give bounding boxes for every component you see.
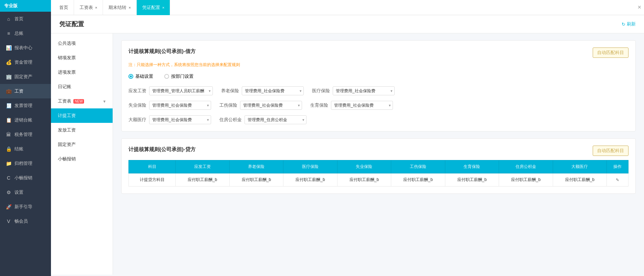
left-nav-fixed-assets[interactable]: 固定资产: [51, 137, 113, 152]
sidebar-item-label: 资金管理: [14, 59, 32, 65]
sidebar-item-xiaochang[interactable]: C 小畅报销: [0, 171, 51, 185]
debit-form-row-3: 大额医疗 管理费用_社会保险费 住房公积金: [128, 115, 629, 124]
debit-auto-match-button[interactable]: 自动匹配科目: [593, 47, 629, 58]
col-unemployment: 失业保险: [337, 160, 391, 173]
credit-table: 科目 应发工资 养老保险 医疗保险 失业保险 工伤保险 生育保险 住房公积金 大…: [128, 160, 629, 187]
col-major-medical: 大额医疗: [553, 160, 607, 173]
col-pension: 养老保险: [229, 160, 283, 173]
form-item-medical: 医疗保险 管理费用_社会保险费: [312, 86, 395, 95]
housing-label: 住房公积金: [219, 117, 242, 123]
tab-period-close-btn[interactable]: ×: [128, 6, 131, 10]
left-nav-journal[interactable]: 日记账: [51, 79, 113, 94]
sidebar-item-label: 报表中心: [14, 45, 32, 51]
refresh-button[interactable]: ↻ 刷新: [622, 21, 636, 27]
debit-section-note: 注：只能选择一种方式，系统将按照您当前的选择来配置规则: [128, 62, 629, 68]
radio-basic[interactable]: 基础设置: [128, 73, 153, 79]
cell-injury: 应付职工薪酬_b: [391, 173, 445, 187]
purchase-sale-icon: 📋: [6, 117, 12, 123]
cell-pension: 应付职工薪酬_b: [229, 173, 283, 187]
sidebar-item-closing[interactable]: 🔒 结账: [0, 142, 51, 156]
left-nav-sales-invoice[interactable]: 销项发票: [51, 51, 113, 65]
form-item-housing: 住房公积金 管理费用_住房公积金: [219, 115, 307, 124]
sidebar-item-label: 首页: [14, 16, 23, 22]
page-header: 凭证配置 ↻ 刷新: [51, 15, 644, 33]
sidebar-item-salary[interactable]: 💼 工资: [0, 84, 51, 98]
sidebar-item-home[interactable]: ⌂ 首页: [0, 12, 51, 26]
sidebar-item-guide[interactable]: 🚀 新手引导: [0, 200, 51, 214]
new-badge: NEW: [73, 99, 84, 104]
unemployment-select[interactable]: 管理费用_社会保险费: [149, 101, 211, 110]
form-item-birth: 生育保险 管理费用_社会保险费: [310, 101, 393, 110]
sidebar-item-settings[interactable]: ⚙ 设置: [0, 185, 51, 200]
tab-voucher-close[interactable]: ×: [162, 6, 164, 10]
debit-section-header: 计提核算规则(公司承担)-借方 自动匹配科目: [128, 47, 629, 58]
radio-by-dept[interactable]: 按部门设置: [164, 73, 194, 79]
cell-housing: 应付职工薪酬_b: [499, 173, 553, 187]
medical-select[interactable]: 管理费用_社会保险费: [333, 86, 395, 95]
xiaochang-icon: C: [6, 175, 12, 181]
cell-action[interactable]: ✎: [607, 173, 629, 187]
tab-period-close[interactable]: 期末结转 ×: [103, 0, 136, 15]
sidebar-item-funds[interactable]: 💰 资金管理: [0, 55, 51, 70]
right-content: 计提核算规则(公司承担)-借方 自动匹配科目 注：只能选择一种方式，系统将按照您…: [113, 33, 644, 275]
left-nav-purchase-invoice[interactable]: 进项发票: [51, 65, 113, 79]
sidebar-item-ledger[interactable]: ≡ 总账: [0, 26, 51, 41]
credit-section-title: 计提核算规则(公司承担)-贷方: [128, 146, 196, 153]
reports-icon: 📊: [6, 45, 12, 51]
credit-section: 计提核算规则(公司承担)-贷方 自动匹配科目 科目 应发工资 养老保险 医疗保险…: [121, 138, 636, 194]
tab-salary-table[interactable]: 工资表 ×: [74, 0, 103, 15]
col-salary: 应发工资: [176, 160, 230, 173]
sidebar-item-label: 小畅报销: [14, 175, 32, 181]
tab-voucher-config[interactable]: 凭证配置 ×: [137, 0, 170, 15]
close-all-btn[interactable]: ×: [637, 4, 641, 11]
tab-voucher-label: 凭证配置: [142, 4, 160, 11]
col-medical: 医疗保险: [283, 160, 337, 173]
salary-select[interactable]: 管理费用_管理人员职工薪酬: [149, 86, 213, 95]
salary-table-label: 工资表: [58, 98, 71, 104]
cell-salary: 应付职工薪酬_b: [176, 173, 230, 187]
tab-home[interactable]: 首页: [54, 0, 74, 15]
pension-select[interactable]: 管理费用_社会保险费: [242, 86, 304, 95]
sidebar-item-label: 归档管理: [14, 160, 32, 167]
cell-unemployment: 应付职工薪酬_b: [337, 173, 391, 187]
debit-section: 计提核算规则(公司承担)-借方 自动匹配科目 注：只能选择一种方式，系统将按照您…: [121, 40, 636, 131]
col-housing: 住房公积金: [499, 160, 553, 173]
injury-select[interactable]: 管理费用_社会保险费: [240, 101, 302, 110]
credit-auto-match-button[interactable]: 自动匹配科目: [593, 146, 629, 156]
left-nav-salary-accrual[interactable]: 计提工资: [51, 108, 113, 123]
sidebar-item-fixed-assets[interactable]: 🏢 固定资产: [0, 70, 51, 84]
sidebar-item-reports[interactable]: 📊 报表中心: [0, 41, 51, 55]
form-item-unemployment: 失业保险 管理费用_社会保险费: [128, 101, 211, 110]
closing-icon: 🔒: [6, 146, 12, 152]
sidebar-item-tax[interactable]: 🏛 税务管理: [0, 127, 51, 142]
housing-select[interactable]: 管理费用_住房公积金: [245, 115, 307, 124]
app-edition: 专业版: [0, 0, 51, 12]
birth-select[interactable]: 管理费用_社会保险费: [331, 101, 393, 110]
home-icon: ⌂: [6, 16, 12, 22]
tab-salary-close[interactable]: ×: [95, 6, 97, 10]
ledger-icon: ≡: [6, 31, 12, 36]
archive-icon: 📁: [6, 161, 12, 166]
medical-select-wrapper: 管理费用_社会保险费: [333, 86, 395, 95]
injury-select-wrapper: 管理费用_社会保险费: [240, 101, 302, 110]
credit-section-header: 计提核算规则(公司承担)-贷方 自动匹配科目: [128, 146, 629, 156]
unemployment-label: 失业保险: [128, 102, 146, 108]
sidebar-item-archive[interactable]: 📁 归档管理: [0, 156, 51, 171]
left-nav-salary-table[interactable]: 工资表 NEW ▾: [51, 94, 113, 108]
left-nav-salary-payment[interactable]: 发放工资: [51, 123, 113, 137]
sidebar-item-label: 新手引导: [14, 204, 32, 210]
major-medical-select[interactable]: 管理费用_社会保险费: [149, 115, 211, 124]
sidebar-item-member[interactable]: V 畅会员: [0, 214, 51, 229]
sidebar-item-invoice[interactable]: 🧾 发票管理: [0, 98, 51, 113]
sidebar-item-label: 固定资产: [14, 74, 32, 80]
left-nav-xiaochang[interactable]: 小畅报销: [51, 152, 113, 166]
sidebar-item-purchase-sale[interactable]: 📋 进销台账: [0, 113, 51, 127]
sidebar-item-label: 进销台账: [14, 117, 32, 123]
edit-icon[interactable]: ✎: [616, 178, 619, 182]
form-item-injury: 工伤保险 管理费用_社会保险费: [219, 101, 302, 110]
cell-subject: 计提贷方科目: [129, 173, 176, 187]
radio-dept-circle: [164, 74, 169, 79]
left-nav-public[interactable]: 公共选项: [51, 36, 113, 51]
pension-select-wrapper: 管理费用_社会保险费: [242, 86, 304, 95]
tab-bar: 首页 工资表 × 期末结转 × 凭证配置 × ×: [51, 0, 644, 15]
